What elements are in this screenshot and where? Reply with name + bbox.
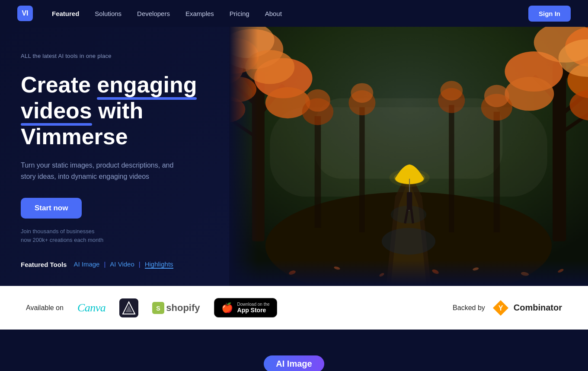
backed-by-label: Backed by [453,304,485,312]
available-on-label: Available on [26,304,64,312]
affinity-logo [119,298,138,317]
hero-social-proof: Join thousands of businesses now 200k+ c… [21,227,208,245]
logo-icon: VI [17,6,33,21]
hero-title-word-create: Create [21,72,97,97]
shopify-icon: S [152,302,164,314]
hero-image [229,27,588,286]
partners-right: Backed by Y Combinator [453,299,562,317]
ai-section: AI Image Describe with simple words to c… [0,330,588,371]
appstore-badge[interactable]: 🍎 Download on the App Store [214,298,277,317]
affinity-icon [119,298,138,317]
partners-left: Available on Canva S shopify 🍎 Download [26,298,277,317]
shopify-logo: S shopify [152,302,200,314]
featured-tools-label: Featured Tools [21,261,67,268]
hero-section: ALL the latest AI tools in one place Cre… [0,27,588,286]
svg-text:S: S [157,305,160,312]
tool-ai-image[interactable]: AI Image [74,260,99,269]
social-proof-line2: now 200k+ creations each month [21,236,208,245]
nav-about[interactable]: About [265,10,282,17]
canva-text: Canva [77,301,105,314]
hero-title-word-engaging: engaging [97,72,197,98]
nav-solutions[interactable]: Solutions [95,10,121,17]
svg-text:Y: Y [498,304,503,312]
logo-text: VI [22,10,28,17]
yc-logo: Y Combinator [492,299,562,317]
yc-name: Combinator [514,303,562,313]
hero-tools-links: AI Image | AI Video | Highlights [74,260,173,269]
appstore-small-text: Download on the [237,302,270,307]
appstore-text: Download on the App Store [237,302,270,314]
appstore-big-text: App Store [237,307,270,314]
nav-links: Featured Solutions Developers Examples P… [52,10,528,17]
hero-image-left-overlay [229,27,588,286]
ai-image-badge: AI Image [264,355,324,371]
hero-badge: ALL the latest AI tools in one place [21,53,208,59]
social-proof-line1: Join thousands of businesses [21,227,208,236]
nav-pricing[interactable]: Pricing [230,10,249,17]
tool-sep-2: | [139,260,141,269]
logo[interactable]: VI [17,6,35,21]
partners-bar: Available on Canva S shopify 🍎 Download [0,286,588,330]
hero-subtitle: Turn your static images, product descrip… [21,160,185,182]
nav-examples[interactable]: Examples [185,10,214,17]
yc-icon: Y [492,299,509,317]
sign-in-button[interactable]: Sign In [528,6,571,22]
shopify-text: shopify [166,302,200,314]
navbar: VI Featured Solutions Developers Example… [0,0,588,27]
hero-tools-row: Featured Tools AI Image | AI Video | Hig… [21,260,208,269]
hero-content: ALL the latest AI tools in one place Cre… [0,27,229,286]
hero-title-word-videos: videos [21,98,92,124]
hero-title-word-with: with [92,98,143,123]
nav-developers[interactable]: Developers [137,10,170,17]
hero-title-word-vimmerse: Vimmerse [21,124,128,149]
hero-title: Create engaging videos with Vimmerse [21,72,208,149]
canva-logo: Canva [77,301,105,314]
tool-sep-1: | [104,260,105,269]
apple-icon: 🍎 [221,302,233,314]
hero-image-bottom-overlay [229,260,588,286]
nav-featured[interactable]: Featured [52,10,79,17]
tool-ai-video[interactable]: AI Video [110,260,134,269]
tool-highlights[interactable]: Highlights [145,260,173,269]
start-now-button[interactable]: Start now [21,198,82,219]
